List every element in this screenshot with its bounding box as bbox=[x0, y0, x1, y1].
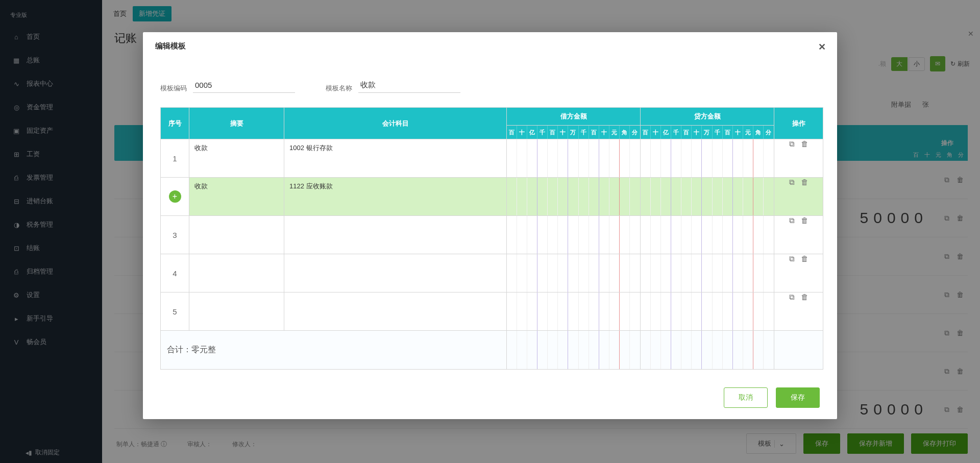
modal-footer: 取消 保存 bbox=[143, 379, 837, 419]
copy-icon[interactable]: ⧉ bbox=[789, 254, 795, 263]
add-row-icon[interactable]: + bbox=[169, 190, 181, 203]
row-idx: 1 bbox=[161, 139, 189, 178]
col-debit: 借方金额 bbox=[507, 108, 641, 126]
row-debit[interactable] bbox=[507, 139, 641, 178]
cancel-button[interactable]: 取消 bbox=[724, 387, 768, 408]
template-name-field: 模板名称 bbox=[326, 78, 460, 93]
row-idx: 4 bbox=[161, 254, 189, 293]
row-acct[interactable]: 1122 应收账款 bbox=[284, 178, 507, 216]
row-credit[interactable] bbox=[641, 178, 774, 216]
sum-row: 合计：零元整 bbox=[161, 331, 823, 370]
edit-template-modal: 编辑模板 ✕ 模板编码 模板名称 序号 摘要 会计科目 借方金额 贷方金额 bbox=[143, 32, 837, 419]
row-debit[interactable] bbox=[507, 293, 641, 331]
row-acct[interactable] bbox=[284, 293, 507, 331]
row-desc[interactable] bbox=[189, 216, 284, 254]
row-ops: ⧉🗑 bbox=[774, 139, 823, 178]
table-row[interactable]: 4⧉🗑 bbox=[161, 254, 823, 293]
modal-title: 编辑模板 ✕ bbox=[143, 32, 837, 60]
row-desc[interactable] bbox=[189, 293, 284, 331]
template-name-input[interactable] bbox=[358, 78, 460, 93]
delete-icon[interactable]: 🗑 bbox=[801, 216, 808, 225]
copy-icon[interactable]: ⧉ bbox=[789, 216, 795, 225]
row-credit[interactable] bbox=[641, 216, 774, 254]
row-idx: 5 bbox=[161, 293, 189, 331]
row-idx: + bbox=[161, 178, 189, 216]
table-row[interactable]: 3⧉🗑 bbox=[161, 216, 823, 254]
col-idx: 序号 bbox=[161, 108, 189, 139]
delete-icon[interactable]: 🗑 bbox=[801, 178, 808, 186]
row-credit[interactable] bbox=[641, 254, 774, 293]
copy-icon[interactable]: ⧉ bbox=[789, 293, 795, 302]
template-table: 序号 摘要 会计科目 借方金额 贷方金额 操作 百十亿千百十万千百十元角分 百十… bbox=[160, 107, 823, 370]
col-acct: 会计科目 bbox=[284, 108, 507, 139]
row-debit[interactable] bbox=[507, 178, 641, 216]
row-ops: ⧉🗑 bbox=[774, 254, 823, 293]
table-row[interactable]: 5⧉🗑 bbox=[161, 293, 823, 331]
row-ops: ⧉🗑 bbox=[774, 178, 823, 216]
row-desc[interactable]: 收款 bbox=[189, 178, 284, 216]
row-credit[interactable] bbox=[641, 139, 774, 178]
table-row[interactable]: 1收款1002 银行存款⧉🗑 bbox=[161, 139, 823, 178]
row-debit[interactable] bbox=[507, 254, 641, 293]
col-desc: 摘要 bbox=[189, 108, 284, 139]
delete-icon[interactable]: 🗑 bbox=[801, 139, 808, 148]
row-acct[interactable] bbox=[284, 216, 507, 254]
row-acct[interactable] bbox=[284, 254, 507, 293]
row-ops: ⧉🗑 bbox=[774, 216, 823, 254]
table-row[interactable]: +收款1122 应收账款⧉🗑 bbox=[161, 178, 823, 216]
template-code-field: 模板编码 bbox=[160, 78, 295, 93]
save-button[interactable]: 保存 bbox=[776, 387, 820, 408]
row-ops: ⧉🗑 bbox=[774, 293, 823, 331]
row-desc[interactable]: 收款 bbox=[189, 139, 284, 178]
template-code-input[interactable] bbox=[193, 78, 295, 93]
delete-icon[interactable]: 🗑 bbox=[801, 293, 808, 301]
col-credit: 贷方金额 bbox=[641, 108, 774, 126]
copy-icon[interactable]: ⧉ bbox=[789, 139, 795, 149]
row-acct[interactable]: 1002 银行存款 bbox=[284, 139, 507, 178]
row-credit[interactable] bbox=[641, 293, 774, 331]
row-debit[interactable] bbox=[507, 216, 641, 254]
delete-icon[interactable]: 🗑 bbox=[801, 254, 808, 263]
col-ops: 操作 bbox=[774, 108, 823, 139]
close-icon[interactable]: ✕ bbox=[818, 41, 826, 53]
row-desc[interactable] bbox=[189, 254, 284, 293]
copy-icon[interactable]: ⧉ bbox=[789, 178, 795, 187]
row-idx: 3 bbox=[161, 216, 189, 254]
